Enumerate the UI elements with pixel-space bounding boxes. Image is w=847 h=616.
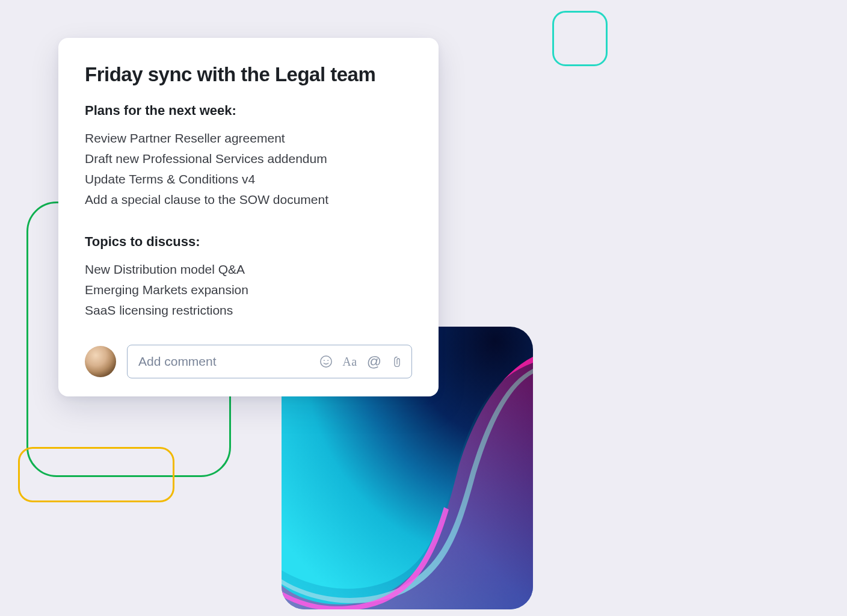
section-body-plans: Review Partner Reseller agreement Draft …: [85, 128, 412, 210]
section-plans: Plans for the next week: Review Partner …: [85, 103, 412, 210]
avatar[interactable]: [85, 346, 116, 377]
card-title: Friday sync with the Legal team: [85, 63, 412, 86]
list-item: Update Terms & Conditions v4: [85, 169, 412, 189]
mention-icon[interactable]: @: [367, 353, 381, 370]
text-format-icon[interactable]: Aa: [342, 355, 357, 369]
svg-point-2: [324, 360, 325, 361]
list-item: Emerging Markets expansion: [85, 280, 412, 300]
svg-point-1: [321, 356, 331, 367]
emoji-icon[interactable]: [319, 355, 333, 368]
list-item: Draft new Professional Services addendum: [85, 149, 412, 169]
comment-input-row: Add comment Aa @: [85, 345, 412, 378]
comment-placeholder: Add comment: [138, 354, 319, 369]
section-topics: Topics to discuss: New Distribution mode…: [85, 234, 412, 321]
input-icon-group: Aa @: [319, 353, 403, 370]
comment-input[interactable]: Add comment Aa @: [127, 345, 412, 378]
list-item: Add a special clause to the SOW document: [85, 189, 412, 210]
teal-rounded-shape: [552, 11, 608, 66]
list-item: Review Partner Reseller agreement: [85, 128, 412, 149]
list-item: SaaS licensing restrictions: [85, 300, 412, 321]
yellow-rounded-shape: [18, 447, 174, 502]
list-item: New Distribution model Q&A: [85, 259, 412, 280]
section-heading-topics: Topics to discuss:: [85, 234, 412, 250]
svg-point-3: [328, 360, 329, 361]
section-heading-plans: Plans for the next week:: [85, 103, 412, 119]
meeting-note-card: Friday sync with the Legal team Plans fo…: [58, 38, 439, 396]
section-body-topics: New Distribution model Q&A Emerging Mark…: [85, 259, 412, 321]
paperclip-icon[interactable]: [391, 354, 403, 369]
